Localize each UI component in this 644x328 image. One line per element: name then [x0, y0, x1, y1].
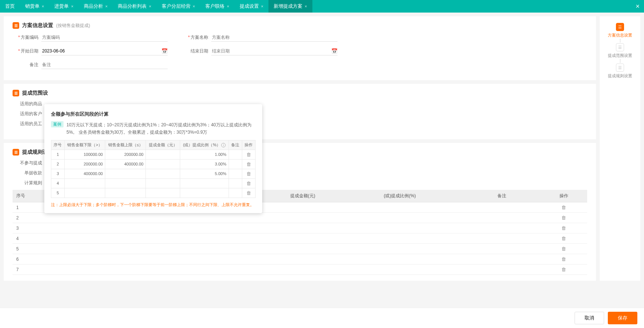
anchor-方案信息设置[interactable]: ☰方案信息设置 [608, 23, 632, 38]
col-header: (或)提成比例(%) [380, 190, 493, 202]
tab-close-icon[interactable]: × [193, 4, 195, 8]
start-date-input[interactable] [41, 47, 161, 55]
cell-idx: 4 [51, 178, 65, 188]
table-row[interactable]: 2🗑 [13, 213, 587, 223]
col-header: 操作 [540, 190, 587, 202]
cell-idx: 3 [51, 169, 65, 178]
tab-label: 商品分析列表 [118, 3, 147, 10]
cell-low: 100000.00 [64, 150, 105, 159]
table-row[interactable]: 3🗑 [13, 223, 587, 233]
popup-title: 全额参与所在区间段的计算 [51, 111, 256, 117]
delete-icon[interactable]: 🗑 [246, 171, 251, 177]
col-header: 操作 [242, 140, 255, 150]
cell-amt [146, 159, 180, 169]
tab-销货单[interactable]: 销货单× [20, 0, 49, 13]
tab-label: 首页 [5, 3, 15, 10]
delete-icon[interactable]: 🗑 [561, 225, 566, 231]
cell-note [229, 169, 242, 178]
tab-商品分析[interactable]: 商品分析× [79, 0, 113, 13]
cell-note [229, 178, 242, 188]
cell-low [64, 188, 105, 198]
anchor-提成规则设置[interactable]: ☰提成规则设置 [608, 64, 632, 79]
info-icon[interactable]: i [221, 143, 226, 147]
delete-icon[interactable]: 🗑 [561, 246, 566, 252]
cell-amt [146, 150, 180, 159]
delete-icon[interactable]: 🗑 [561, 215, 566, 221]
tab-close-icon[interactable]: × [71, 4, 73, 8]
delete-icon[interactable]: 🗑 [561, 267, 566, 272]
col-header: 销售金额下限（>） [64, 140, 105, 150]
tab-客户分层经营[interactable]: 客户分层经营× [157, 0, 200, 13]
tab-close-icon[interactable]: × [261, 4, 263, 8]
anchor-connector [620, 59, 620, 63]
close-all-icon[interactable]: × [636, 3, 640, 10]
cell-idx: 5 [13, 244, 59, 254]
tab-商品分析列表[interactable]: 商品分析列表× [113, 0, 156, 13]
tab-进货单[interactable]: 进货单× [49, 0, 78, 13]
end-label: 结束日期 [182, 48, 208, 54]
col-header: 序号 [51, 140, 65, 150]
cell-note [229, 188, 242, 198]
tab-close-icon[interactable]: × [149, 4, 151, 8]
name-label: *方案名称 [182, 34, 208, 41]
anchor-提成范围设置[interactable]: ☰提成范围设置 [608, 43, 632, 58]
tab-label: 新增提成方案 [274, 3, 302, 10]
delete-icon[interactable]: 🗑 [561, 236, 566, 241]
tab-客户联络[interactable]: 客户联络× [200, 0, 234, 13]
exclude-label: 不参与提成 [13, 160, 42, 166]
anchor-icon: ☰ [616, 23, 624, 31]
remark-input[interactable] [41, 61, 168, 69]
calendar-icon[interactable]: 📅 [161, 48, 168, 54]
cell-note [229, 150, 242, 159]
cell-amt [146, 169, 180, 178]
table-row: 3400000.005.00%🗑 [51, 169, 256, 178]
tab-新增提成方案[interactable]: 新增提成方案× [268, 0, 312, 13]
col-header: 提成金额(元) [287, 190, 380, 202]
cell-high [105, 178, 146, 188]
tab-close-icon[interactable]: × [227, 4, 229, 8]
table-row: 4🗑 [51, 178, 256, 188]
cell-idx: 6 [13, 254, 59, 264]
delete-icon[interactable]: 🗑 [561, 256, 566, 262]
anchor-icon: ☰ [616, 43, 624, 51]
tab-close-icon[interactable]: × [105, 4, 107, 8]
popup-note: 注：上限必须大于下限；多个阶梯时，下一个阶梯下限要等于前一阶梯上限；不同行之间下… [51, 202, 256, 208]
delete-icon[interactable]: 🗑 [246, 161, 251, 167]
delete-icon[interactable]: 🗑 [561, 205, 566, 210]
end-date-input[interactable] [211, 47, 331, 55]
section-icon: ☰ [13, 149, 19, 156]
tab-close-icon[interactable]: × [42, 4, 44, 8]
table-row[interactable]: 6🗑 [13, 254, 587, 264]
example-tag: 案例 [51, 121, 64, 127]
cell-pct [180, 188, 229, 198]
name-input[interactable] [211, 33, 338, 42]
panel-plan-info: ☰ 方案信息设置 (按销售金额提成) *方案编码 *方案名称 *开始日期 [4, 16, 596, 80]
cell-amt [146, 188, 180, 198]
tab-label: 提成设置 [240, 3, 259, 10]
tab-close-icon[interactable]: × [305, 4, 307, 8]
cell-idx: 7 [13, 264, 59, 275]
table-row[interactable]: 4🗑 [13, 233, 587, 244]
tab-label: 进货单 [54, 3, 69, 10]
example-table: 序号销售金额下限（>）销售金额上限（≤）提成金额（元）(或）提成比例（%）i备注… [51, 140, 256, 198]
cell-pct: 5.00% [180, 169, 229, 178]
section1-title: 方案信息设置 [22, 22, 53, 29]
delete-icon[interactable]: 🗑 [246, 181, 251, 186]
cell-high: 400000.00 [105, 159, 146, 169]
start-label: *开始日期 [13, 48, 38, 54]
scope-customer: 适用的客户 [13, 111, 42, 117]
anchor-icon: ☰ [616, 64, 624, 72]
cell-low [64, 178, 105, 188]
table-row[interactable]: 7🗑 [13, 264, 587, 275]
anchor-connector [620, 39, 620, 42]
cell-idx: 1 [51, 150, 65, 159]
code-input[interactable] [41, 33, 168, 42]
calendar-icon[interactable]: 📅 [331, 48, 338, 54]
tab-label: 客户联络 [205, 3, 225, 10]
delete-icon[interactable]: 🗑 [246, 152, 251, 157]
tab-提成设置[interactable]: 提成设置× [234, 0, 268, 13]
delete-icon[interactable]: 🗑 [246, 190, 251, 196]
table-row[interactable]: 5🗑 [13, 244, 587, 254]
tab-首页[interactable]: 首页 [0, 0, 20, 13]
cell-pct: 1.00% [180, 150, 229, 159]
